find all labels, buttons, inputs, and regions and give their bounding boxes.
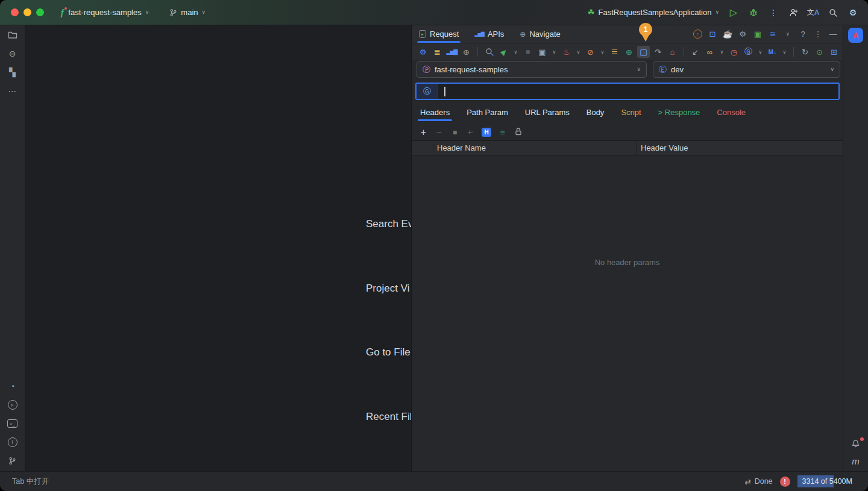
settings-gear-icon[interactable]: ⚙ bbox=[848, 8, 858, 17]
add-user-icon[interactable] bbox=[788, 8, 799, 17]
branch-widget[interactable]: main ∨ bbox=[169, 8, 206, 17]
tab-path-param[interactable]: Path Param bbox=[467, 108, 508, 117]
error-indicator[interactable]: ! bbox=[780, 477, 790, 487]
apis-chart-icon[interactable]: ▂▅▇ bbox=[445, 46, 458, 58]
notifications-bell-icon[interactable] bbox=[849, 438, 863, 449]
project-widget[interactable]: ƒ fast-request-samples ∨ bbox=[60, 7, 149, 17]
project-letter-icon: Ⓟ bbox=[423, 64, 430, 75]
disable-request-icon[interactable]: ⊘ bbox=[584, 46, 597, 58]
copy-icon[interactable]: +▫ bbox=[466, 129, 475, 136]
debug-button[interactable] bbox=[748, 8, 759, 17]
chevron-down-icon[interactable]: ∨ bbox=[574, 46, 582, 58]
refresh-icon[interactable]: ↻ bbox=[799, 46, 811, 58]
close-button[interactable] bbox=[11, 8, 19, 16]
toggle-config-icon[interactable]: ☰ bbox=[608, 46, 621, 58]
history-icon[interactable]: ◷ bbox=[728, 46, 740, 58]
structure-icon[interactable]: ▚ bbox=[6, 67, 19, 78]
github-icon[interactable]: Ⓖ bbox=[742, 46, 755, 58]
sort-icon[interactable]: ≡ bbox=[498, 128, 507, 137]
chevron-down-icon: ∨ bbox=[715, 10, 719, 15]
zoom-button[interactable] bbox=[36, 8, 44, 16]
config-sliders-icon[interactable]: ≣ bbox=[431, 46, 444, 58]
layers-icon[interactable]: ≋ bbox=[768, 30, 778, 39]
tab-apis[interactable]: ▂▅▇ APIs bbox=[474, 25, 504, 43]
search-api-icon[interactable] bbox=[483, 46, 495, 58]
git-tool-icon[interactable] bbox=[6, 455, 19, 466]
tutorial-tv-icon[interactable]: ⊡ bbox=[708, 30, 717, 39]
undo-icon[interactable]: ↷ bbox=[652, 46, 664, 58]
chevron-down-icon[interactable]: ∨ bbox=[756, 46, 764, 58]
chevron-down-icon[interactable]: ∨ bbox=[783, 31, 793, 37]
profiler-gauge-icon[interactable]: ◔ bbox=[6, 381, 19, 392]
navigate-crosshair-icon[interactable]: ⊕ bbox=[460, 46, 473, 58]
header-preset-icon[interactable]: H bbox=[482, 128, 491, 137]
request-panel-icon[interactable]: ▢ bbox=[637, 46, 650, 58]
clear-icon[interactable]: ■ bbox=[450, 128, 459, 137]
headers-mini-toolbar: + − ■ +▫ H ≡ bbox=[412, 125, 843, 140]
spring-boot-icon: ☘ bbox=[588, 8, 595, 17]
method-icon[interactable]: Ⓖ bbox=[417, 84, 438, 99]
more-tool-windows-icon[interactable]: ⋯ bbox=[6, 86, 19, 96]
chevron-down-icon[interactable]: ∨ bbox=[599, 46, 606, 58]
minimize-button[interactable] bbox=[24, 8, 31, 16]
editor-area: Search Ev Project Vi Go to File Recent F… bbox=[25, 25, 411, 471]
stop-icon[interactable]: ■ bbox=[521, 46, 534, 58]
clean-icon[interactable]: ⌂ bbox=[666, 46, 679, 58]
upgrade-icon[interactable]: ↑ bbox=[693, 30, 702, 39]
project-folder-icon[interactable] bbox=[6, 30, 19, 40]
search-icon[interactable] bbox=[828, 8, 838, 17]
tab-navigate[interactable]: ⊕ Navigate bbox=[520, 25, 560, 43]
plugin-settings-icon[interactable]: ⚙ bbox=[417, 46, 429, 58]
chevron-down-icon[interactable]: ∨ bbox=[718, 46, 726, 58]
tab-url-params[interactable]: URL Params bbox=[525, 108, 570, 117]
url-input[interactable]: Ⓖ bbox=[415, 83, 840, 100]
markdown-export-icon[interactable]: M↓ bbox=[766, 46, 779, 58]
stripe-bottom-group: m bbox=[849, 438, 863, 466]
flame-icon[interactable]: ♨ bbox=[560, 46, 573, 58]
tab-request[interactable]: ▸ Request bbox=[419, 25, 459, 43]
maven-icon[interactable]: m bbox=[852, 456, 860, 466]
notification-badge[interactable]: 1 bbox=[639, 23, 652, 36]
run-button[interactable]: ▷ bbox=[728, 7, 739, 18]
remove-icon[interactable]: − bbox=[435, 127, 444, 138]
more-menu-icon[interactable]: ⋮ bbox=[768, 8, 779, 17]
settings-gear-icon[interactable]: ⚙ bbox=[738, 30, 747, 39]
environment-letter-icon: Ⓔ bbox=[659, 64, 667, 75]
hint-line: Search Ev bbox=[366, 213, 411, 235]
puzzle-icon[interactable]: ⊞ bbox=[828, 46, 840, 58]
branch-name: main bbox=[181, 8, 198, 17]
coffee-icon[interactable]: ☕ bbox=[723, 30, 732, 39]
status-bar: Tab 中打开 ⇄ Done ! 3314 of 5 400M bbox=[0, 471, 868, 491]
tab-response[interactable]: > Response bbox=[658, 108, 700, 117]
import-icon[interactable]: ↙ bbox=[689, 46, 702, 58]
tab-headers[interactable]: Headers bbox=[420, 108, 450, 117]
chevron-down-icon[interactable]: ∨ bbox=[781, 46, 788, 58]
lock-icon[interactable] bbox=[514, 127, 523, 137]
translate-icon[interactable]: 文A bbox=[808, 7, 819, 17]
tab-script[interactable]: Script bbox=[621, 108, 641, 117]
mobile-sync-icon[interactable]: ▣ bbox=[753, 30, 763, 39]
power-icon[interactable]: ⊙ bbox=[813, 46, 826, 58]
tab-console[interactable]: Console bbox=[717, 108, 746, 117]
save-icon[interactable]: ▣ bbox=[536, 46, 549, 58]
fast-request-logo-icon[interactable]: A bbox=[848, 28, 863, 43]
request-shield-icon: ▸ bbox=[419, 30, 426, 38]
send-request-icon[interactable]: ▶ bbox=[495, 43, 512, 61]
more-vertical-icon[interactable]: ⋮ bbox=[813, 30, 823, 39]
add-icon[interactable]: + bbox=[419, 127, 428, 138]
chevron-down-icon[interactable]: ∨ bbox=[512, 46, 520, 58]
memory-indicator[interactable]: 3314 of 5 400M bbox=[797, 475, 857, 487]
commit-icon[interactable]: ⊖ bbox=[6, 48, 19, 59]
link-icon[interactable]: ∞ bbox=[703, 46, 716, 58]
global-env-icon[interactable]: ⊕ bbox=[623, 46, 635, 58]
chevron-down-icon[interactable]: ∨ bbox=[550, 46, 558, 58]
tab-body[interactable]: Body bbox=[587, 108, 605, 117]
hide-icon[interactable]: — bbox=[828, 30, 838, 39]
problems-icon[interactable]: ! bbox=[6, 437, 19, 448]
services-icon[interactable]: ▹ bbox=[6, 399, 19, 410]
run-config-widget[interactable]: ☘ FastRequestSamplesApplication ∨ bbox=[588, 8, 719, 17]
terminal-icon[interactable]: >_ bbox=[6, 418, 19, 429]
project-select[interactable]: Ⓟ fast-request-samples ∨ bbox=[417, 61, 647, 78]
environment-select[interactable]: Ⓔ dev ∨ bbox=[653, 61, 840, 78]
help-icon[interactable]: ? bbox=[798, 30, 808, 39]
